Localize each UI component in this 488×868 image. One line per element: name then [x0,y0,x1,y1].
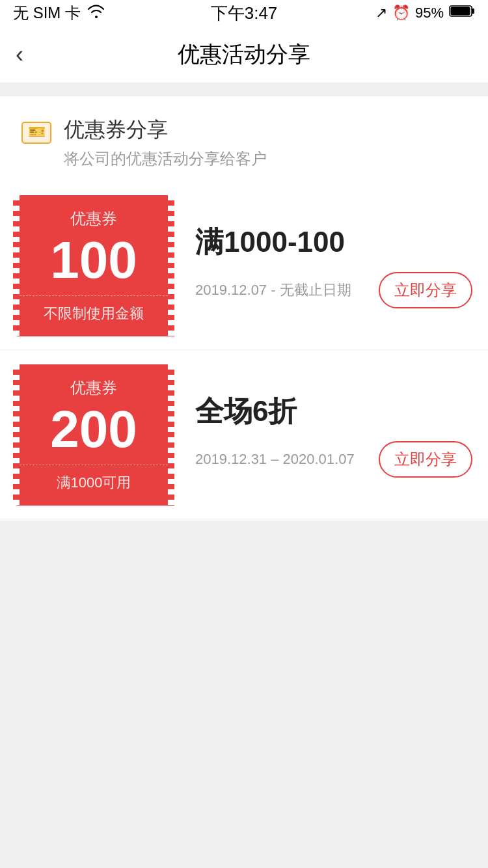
status-right: ↗ ⏰ 95% [375,5,475,21]
svg-text:🎫: 🎫 [28,123,46,141]
coupon-label-1: 优惠券 [70,208,117,229]
coupon-right-2: 全场6折 2019.12.31 – 2020.01.07 立即分享 [174,364,488,506]
svg-rect-1 [472,8,474,14]
coupon-list: 优惠券 100 不限制使用金额 满1000-100 2019.12.07 - 无… [0,182,488,521]
share-button-2[interactable]: 立即分享 [379,441,472,478]
wifi-icon [87,4,105,22]
coupon-amount-1: 100 [50,234,137,286]
coupon-meta-1: 2019.12.07 - 无截止日期 立即分享 [195,272,472,308]
battery-icon [449,5,475,21]
battery-text: 95% [415,5,444,21]
coupon-condition-1: 不限制使用金额 [44,304,144,323]
coupon-item-1: 优惠券 100 不限制使用金额 满1000-100 2019.12.07 - 无… [0,182,488,350]
share-button-1[interactable]: 立即分享 [379,272,472,308]
coupon-left-1: 优惠券 100 不限制使用金额 [13,195,174,336]
coupon-condition-2: 满1000可用 [57,473,131,493]
coupon-meta-2: 2019.12.31 – 2020.01.07 立即分享 [195,441,472,478]
section-icon: 🎫 [20,116,53,150]
location-icon: ↗ [375,5,387,21]
coupon-date-1: 2019.12.07 - 无截止日期 [195,280,351,300]
coupon-item-2: 优惠券 200 满1000可用 全场6折 2019.12.31 – 2020.0… [0,351,488,519]
section-header: 🎫 优惠券分享 将公司的优惠活动分享给客户 [0,96,488,182]
coupon-divider-1 [20,295,168,296]
coupon-name-1: 满1000-100 [195,223,472,262]
coupon-left-2: 优惠券 200 满1000可用 [13,364,174,506]
coupon-right-1: 满1000-100 2019.12.07 - 无截止日期 立即分享 [174,195,488,336]
section-text-group: 优惠券分享 将公司的优惠活动分享给客户 [64,116,267,169]
page-title: 优惠活动分享 [178,40,310,70]
carrier-text: 无 SIM 卡 [13,3,81,23]
section-title: 优惠券分享 [64,116,267,144]
coupon-amount-2: 200 [50,403,137,455]
status-left: 无 SIM 卡 [13,3,105,23]
alarm-icon: ⏰ [392,5,410,21]
svg-rect-2 [451,7,470,16]
coupon-name-2: 全场6折 [195,392,472,431]
nav-bar: ‹ 优惠活动分享 [0,26,488,83]
coupon-label-2: 优惠券 [70,377,117,398]
status-bar: 无 SIM 卡 下午3:47 ↗ ⏰ 95% [0,0,488,26]
status-time: 下午3:47 [211,2,278,25]
bottom-area [0,521,488,868]
coupon-date-2: 2019.12.31 – 2020.01.07 [195,451,355,468]
coupon-divider-2 [20,465,168,465]
back-button[interactable]: ‹ [16,41,23,68]
section-subtitle: 将公司的优惠活动分享给客户 [64,148,267,169]
